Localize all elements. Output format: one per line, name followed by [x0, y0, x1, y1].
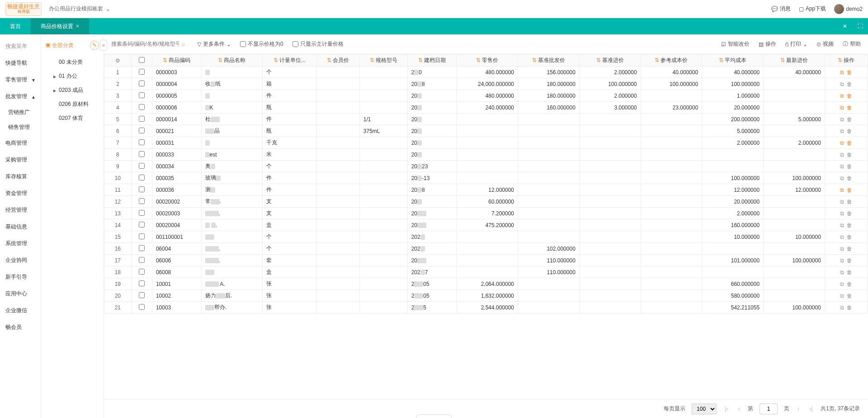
copy-icon[interactable]: ⧉	[840, 304, 844, 311]
delete-icon[interactable]: 🗑	[847, 234, 852, 240]
row-checkbox[interactable]	[139, 175, 145, 180]
user-menu[interactable]: demo2	[834, 4, 863, 14]
table-row[interactable]: 11 000036测件208 12.000000 12.00000012.000…	[104, 184, 868, 196]
delete-icon[interactable]: 🗑	[847, 222, 852, 228]
copy-icon[interactable]: ⧉	[840, 152, 844, 158]
copy-icon[interactable]: ⧉	[840, 93, 844, 99]
sidebar-item-basic[interactable]: 基础信息	[0, 218, 40, 235]
col-header[interactable]: ⇅基准进价	[579, 55, 641, 66]
copy-icon[interactable]: ⧉	[840, 293, 844, 299]
tab-home[interactable]: 首页	[0, 18, 31, 34]
table-row[interactable]: 13 00020003.支20 7.200000 2.000000⧉🗑	[104, 208, 868, 219]
col-header[interactable]: ⇅平均成本	[702, 55, 764, 66]
delete-icon[interactable]: 🗑	[847, 104, 852, 111]
row-checkbox[interactable]	[139, 128, 145, 133]
copy-icon[interactable]: ⧉	[840, 116, 844, 123]
table-row[interactable]: 12 00020002常.支20 60.000000 20.000000⧉🗑	[104, 196, 868, 208]
row-checkbox[interactable]	[139, 304, 145, 310]
table-row[interactable]: 1 0000003个20 480.000000156.0000002.00000…	[104, 66, 868, 78]
row-checkbox[interactable]	[139, 186, 145, 192]
sidebar-item-wholesale[interactable]: 批发管理▴	[0, 88, 40, 105]
table-row[interactable]: 3 0000005件20 480.000000180.0000002.00000…	[104, 90, 868, 102]
first-page-button[interactable]: |‹	[723, 406, 730, 412]
delete-icon[interactable]: 🗑	[847, 293, 852, 299]
search-icon[interactable]: ⌕	[182, 41, 185, 47]
app-download-button[interactable]: ▢App下载	[799, 5, 826, 13]
main-unit-checkbox[interactable]: 只显示主计量价格	[292, 40, 344, 48]
row-checkbox[interactable]	[139, 163, 145, 169]
copy-icon[interactable]: ⧉	[840, 104, 844, 111]
search-input-wrap[interactable]: ⌕	[111, 41, 188, 48]
next-page-button[interactable]: ›	[796, 406, 801, 412]
more-filters-button[interactable]: ▽更多条件⌄	[197, 40, 231, 48]
table-row[interactable]: 19 10001 A.张205 2,064.000000 660.000000⧉…	[104, 278, 868, 290]
gear-icon[interactable]: ⚙	[115, 57, 120, 64]
sidebar-item-wechat[interactable]: 企业微信	[0, 302, 40, 319]
select-all-checkbox[interactable]	[139, 57, 145, 63]
row-checkbox[interactable]	[139, 198, 145, 204]
sidebar-search[interactable]: 搜索菜单	[0, 38, 40, 55]
copy-icon[interactable]: ⧉	[840, 281, 844, 287]
copy-icon[interactable]: ⧉	[840, 163, 844, 170]
row-checkbox[interactable]	[139, 92, 145, 98]
row-checkbox[interactable]	[139, 222, 145, 228]
sidebar-item-inventory[interactable]: 库存核算	[0, 168, 40, 185]
delete-icon[interactable]: 🗑	[847, 187, 852, 193]
close-icon[interactable]: ×	[76, 23, 79, 29]
copy-icon[interactable]: ⧉	[840, 269, 844, 276]
row-checkbox[interactable]	[139, 292, 145, 298]
tree-title[interactable]: ▣ 全部分类	[45, 42, 74, 49]
hide-zero-checkbox[interactable]: 不显示价格为0	[240, 40, 283, 48]
table-row[interactable]: 16 06004.个202 102.000000 ⧉🗑	[104, 243, 868, 255]
copy-icon[interactable]: ⧉	[840, 257, 844, 264]
delete-icon[interactable]: 🗑	[847, 246, 852, 252]
table-row[interactable]: 7 000031千克20 2.0000002.000000⧉🗑	[104, 137, 868, 149]
sidebar-item-appcenter[interactable]: 应用中心	[0, 285, 40, 302]
row-checkbox[interactable]	[139, 116, 145, 122]
delete-icon[interactable]: 🗑	[847, 81, 852, 87]
sidebar-item-shortcut[interactable]: 快捷导航	[0, 55, 40, 71]
col-header[interactable]: ⚙	[104, 55, 132, 66]
table-row[interactable]: 8 000033est米20 ⧉🗑	[104, 149, 868, 161]
sidebar-item-ec[interactable]: 电商管理	[0, 135, 40, 152]
copy-icon[interactable]: ⧉	[840, 69, 844, 76]
delete-icon[interactable]: 🗑	[847, 210, 852, 217]
account-selector[interactable]: 办公用品行业模拟账套 ⌄	[49, 5, 110, 13]
col-header[interactable]: ⇅参考成本价	[641, 55, 702, 66]
tree-item[interactable]: ▸0203 成品	[45, 83, 99, 97]
col-header[interactable]	[131, 55, 152, 66]
row-checkbox[interactable]	[139, 280, 145, 286]
operations-button[interactable]: ▤ 操作	[759, 40, 776, 48]
prev-page-button[interactable]: ‹	[736, 406, 741, 412]
smart-price-button[interactable]: ☑ 智能改价	[721, 40, 750, 48]
delete-icon[interactable]: 🗑	[847, 199, 852, 205]
row-checkbox[interactable]	[139, 104, 145, 110]
delete-icon[interactable]: 🗑	[847, 152, 852, 158]
table-row[interactable]: 2 0000004收纸箱208 24,000.000000180.0000001…	[104, 78, 868, 90]
search-input[interactable]	[111, 41, 179, 47]
table-row[interactable]: 17 06006.套20 110.000000 101.000000100.00…	[104, 255, 868, 266]
delete-icon[interactable]: 🗑	[847, 140, 852, 146]
col-header[interactable]: ⇅规格型号	[359, 55, 407, 66]
copy-icon[interactable]: ⧉	[840, 187, 844, 193]
copy-icon[interactable]: ⧉	[840, 140, 844, 146]
bottom-handle[interactable]	[416, 414, 452, 418]
tab-price-settings[interactable]: 商品价格设置 ×	[31, 18, 89, 34]
delete-icon[interactable]: 🗑	[847, 269, 852, 276]
page-size-select[interactable]: 100	[692, 404, 717, 414]
fullscreen-button[interactable]: ⛶	[853, 18, 868, 34]
tree-item[interactable]: 0207 体育	[45, 111, 99, 125]
tree-item[interactable]: ▸01 办公	[45, 69, 99, 83]
copy-icon[interactable]: ⧉	[840, 246, 844, 252]
sidebar-sub-sales[interactable]: 销售管理	[0, 120, 40, 135]
row-checkbox[interactable]	[139, 269, 145, 275]
edit-icon[interactable]: ✎	[90, 41, 99, 50]
delete-icon[interactable]: 🗑	[847, 128, 852, 134]
sidebar-item-member[interactable]: 畅会员	[0, 319, 40, 336]
sidebar-item-coop[interactable]: 企业协同	[0, 252, 40, 269]
delete-icon[interactable]: 🗑	[847, 116, 852, 123]
col-header[interactable]: ⇅建档日期	[407, 55, 457, 66]
row-checkbox[interactable]	[139, 233, 145, 239]
table-scroll[interactable]: ⚙⇅商品编码⇅商品名称⇅计量单位...⇅会员价⇅规格型号⇅建档日期⇅零售价⇅基准…	[104, 54, 868, 399]
sidebar-item-guide[interactable]: 新手引导	[0, 269, 40, 285]
